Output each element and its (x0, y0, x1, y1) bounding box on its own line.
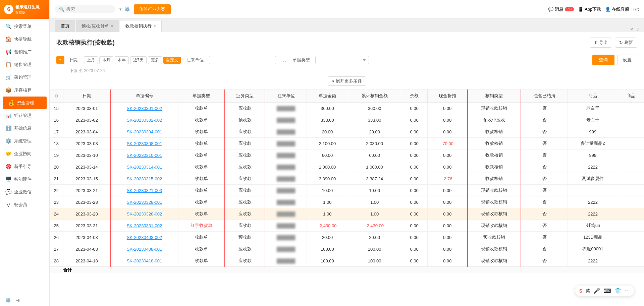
sidebar-item-marketing[interactable]: 📢营销推广 (0, 46, 49, 58)
messages-item[interactable]: 💬 消息 99+ (548, 6, 574, 12)
filter-collapse-button[interactable]: » (56, 56, 64, 64)
cell-voucher-no[interactable]: SK-20230302-002 (111, 114, 178, 126)
expand-icon: ▾ (332, 79, 334, 84)
export-button[interactable]: ⬆ 导出 (590, 38, 612, 48)
sidebar-item-system[interactable]: ⚙️系统管理 (0, 135, 49, 147)
cell-voucher-no[interactable]: SK-20230314-001 (111, 161, 178, 173)
table-row[interactable]: 19 2023-03-10 SK-20230310-001 收款单 应收款 ██… (50, 149, 644, 161)
cell-voucher-no[interactable]: SK-20230328-001 (111, 196, 178, 208)
collapse-icon[interactable]: ◀ (16, 298, 19, 303)
col-cum-verify: 累计核销金额 (348, 89, 401, 103)
cell-voucher-no[interactable]: SK-20230418-001 (111, 255, 178, 267)
refresh-button[interactable]: ↻ 刷新 (615, 38, 637, 48)
topbar-search-box: 🔍 (55, 5, 115, 13)
sidebar-item-wechat[interactable]: 💬企业微信 (0, 186, 49, 198)
cell-voucher-no[interactable]: SK-20230301-002 (111, 103, 178, 114)
cell-amount: 333.00 (307, 114, 348, 126)
table-row[interactable]: 15 2023-03-01 SK-20230301-002 收款单 应收款 ██… (50, 103, 644, 114)
main-area: 🔍 ▾ ⚙️ 体验行业方案 💬 消息 99+ 📱 App下载 👤 在线客服 Ri… (50, 0, 644, 306)
sidebar-item-operations[interactable]: 📊经营管理 (0, 109, 49, 122)
date-btn-this-year[interactable]: 本年 (115, 56, 129, 64)
ime-mic-icon[interactable]: 🎤 (593, 288, 600, 294)
topbar-search-input[interactable] (66, 7, 111, 12)
cell-amount: 20.00 (307, 126, 348, 138)
cell-no: 21 (50, 173, 63, 185)
table-row[interactable]: 25 2023-03-31 SK-20230331-002 红字收款单 应收款 … (50, 220, 644, 232)
tab-receipt-verify-close[interactable]: × (154, 24, 156, 28)
sidebar-item-inventory[interactable]: 📦库存核算 (0, 84, 49, 97)
table-row[interactable]: 28 2023-04-18 SK-20230418-001 收款单 应收款 ██… (50, 255, 644, 267)
filter-settings-button[interactable]: 设置 (617, 55, 637, 65)
voucher-type-filter-label: 单据类型 (292, 57, 310, 63)
table-row[interactable]: 21 2023-03-15 SK-20230315-002 收款单 应收款 ██… (50, 173, 644, 185)
cell-partner: ██████ (265, 149, 307, 161)
sidebar-item-sales[interactable]: 📋销售管理 (0, 58, 49, 71)
topbar-settings-icon[interactable]: ⚙️ (124, 7, 130, 12)
cell-product2 (618, 208, 644, 220)
date-btn-last-month[interactable]: 上月 (84, 56, 98, 64)
cell-voucher-no[interactable]: SK-20230308-001 (111, 138, 178, 149)
table-row[interactable]: 22 2023-03-21 SK-20230321-003 收款单 应收款 ██… (50, 185, 644, 196)
cell-include-settled: 否 (521, 103, 568, 114)
date-custom-button[interactable]: 自定义 (163, 57, 181, 64)
cell-voucher-no[interactable]: SK-20230315-002 (111, 173, 178, 185)
table-row[interactable]: 20 2023-03-14 SK-20230314-001 收款单 应收款 ██… (50, 161, 644, 173)
ime-shirt-icon[interactable]: 👕 (614, 288, 621, 294)
phone-icon: 📱 (578, 7, 583, 12)
ime-brand[interactable]: 英 (586, 288, 590, 294)
cell-product: 老白干 (568, 114, 618, 126)
date-btn-more[interactable]: 更多 (148, 56, 162, 64)
cell-voucher-no[interactable]: SK-20230403-002 (111, 232, 178, 243)
tab-close-all-icon[interactable]: ✕ (630, 27, 634, 32)
app-download-item[interactable]: 📱 App下载 (578, 6, 601, 12)
industry-solution-button[interactable]: 体验行业方案 (134, 4, 171, 14)
partner-filter-input[interactable] (209, 56, 276, 64)
cell-voucher-no[interactable]: SK-20230310-001 (111, 149, 178, 161)
cell-cum-verify: 100.00 (348, 255, 401, 267)
cell-voucher-no[interactable]: SK-20230321-003 (111, 185, 178, 196)
settings-icon[interactable]: ⚙️ (5, 298, 11, 303)
cell-voucher-no[interactable]: SK-20230328-002 (111, 208, 178, 220)
user-avatar[interactable]: Rit (633, 7, 639, 12)
ime-more-icon[interactable]: ⋯ (625, 288, 630, 294)
sidebar-item-enterprise[interactable]: 🤝企业协同 (0, 147, 49, 160)
voucher-type-select[interactable] (315, 56, 369, 64)
table-row[interactable]: 16 2023-03-02 SK-20230302-002 收款单 预收款 ██… (50, 114, 644, 126)
topbar-dropdown-icon[interactable]: ▾ (119, 7, 122, 12)
sidebar-item-search[interactable]: 🔍搜索菜单 (0, 20, 49, 33)
sidebar-item-guide[interactable]: 🎯新手引导 (0, 160, 49, 173)
sidebar-item-member[interactable]: V畅会员 (0, 198, 49, 211)
table-row[interactable]: 27 2023-04-08 SK-20230408-001 收款单 应收款 ██… (50, 243, 644, 255)
cell-cum-verify: 60.00 (348, 149, 401, 161)
sidebar-item-hardware[interactable]: 🖥️智能硬件 (0, 173, 49, 186)
cell-voucher-no[interactable]: SK-20230331-002 (111, 220, 178, 232)
cell-amount: 1.00 (307, 196, 348, 208)
table-row[interactable]: 26 2023-04-03 SK-20230403-002 收款单 预收款 ██… (50, 232, 644, 243)
sidebar-item-purchase[interactable]: 🛒采购管理 (0, 71, 49, 84)
tab-expand-icon[interactable]: ⤢ (636, 27, 640, 32)
sidebar-item-finance[interactable]: 💰资金管理 (3, 97, 47, 109)
date-btn-this-month[interactable]: 本月 (99, 56, 113, 64)
cell-voucher-type: 收款单 (178, 232, 225, 243)
cell-amount: 3,390.00 (307, 173, 348, 185)
tab-prepay-close[interactable]: × (111, 24, 113, 28)
table-row[interactable]: 23 2023-03-28 SK-20230328-001 收款单 应收款 ██… (50, 196, 644, 208)
query-button[interactable]: 查询 (592, 55, 614, 65)
tabbar-actions: ✕ ⤢ (630, 27, 644, 32)
cell-voucher-no[interactable]: SK-20230408-001 (111, 243, 178, 255)
cell-voucher-no[interactable]: SK-20230304-001 (111, 126, 178, 138)
sidebar-item-basic-info[interactable]: ℹ️基础信息 (0, 122, 49, 135)
table-row[interactable]: 18 2023-03-08 SK-20230308-001 收款单 应收款 ██… (50, 138, 644, 149)
page-title: 收款核销执行(按收款) (56, 39, 115, 47)
table-row[interactable]: 17 2023-03-04 SK-20230304-001 收款单 应收款 ██… (50, 126, 644, 138)
online-service-item[interactable]: 👤 在线客服 (605, 6, 629, 12)
date-btn-7days[interactable]: 近7天 (130, 56, 147, 64)
table-row[interactable]: 24 2023-03-28 SK-20230328-002 收款单 应收款 ██… (50, 208, 644, 220)
sidebar-item-quick-nav[interactable]: 🏠快捷导航 (0, 33, 49, 46)
tab-receipt-verify[interactable]: 收款核销执行 × (120, 20, 162, 32)
expand-more-button[interactable]: ▾ 展开更多条件 (328, 76, 366, 86)
ime-keyboard-icon[interactable]: ⌨ (603, 288, 611, 294)
col-gear[interactable]: ⚙ (50, 89, 63, 103)
tab-home[interactable]: 首页 (55, 20, 75, 32)
tab-prepay-receipt[interactable]: 预收/应收付单 × (76, 20, 119, 32)
